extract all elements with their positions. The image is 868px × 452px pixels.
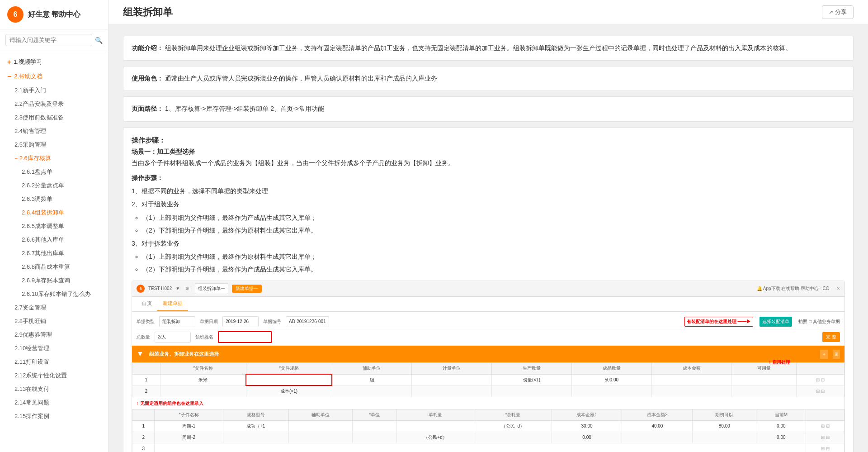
path-label: 页面路径： <box>132 105 163 112</box>
sidebar-item-2-6-9[interactable]: 2.6.9库存账本查询 <box>0 274 108 287</box>
sidebar-item-2-3[interactable]: 2.3使用前数据准备 <box>0 111 108 124</box>
sidebar-item-2-6-5[interactable]: 2.6.5成本调整单 <box>0 219 108 233</box>
logo-icon: 6 <box>7 6 24 23</box>
cell-fcost <box>651 374 731 385</box>
cell-pqty2 <box>492 385 572 397</box>
cell-favail <box>731 374 796 385</box>
th-father-spec: *父件规格 <box>246 363 332 375</box>
cell-fname: 米米 <box>160 374 246 385</box>
lth-avail: 期初可以 <box>693 409 756 420</box>
sidebar-item-2-5[interactable]: 2.5采购管理 <box>0 138 108 152</box>
app-new-btn[interactable]: 新建单据一 <box>232 285 262 293</box>
qty-field[interactable]: 2/人 <box>155 332 191 343</box>
ops-card: 操作步骤： 场景一：加工类型选择 当由多个子件材料组装成一个成品的业务为【组装】… <box>123 127 854 452</box>
sidebar-item-2-6-2[interactable]: 2.6.2分量盘点单 <box>0 179 108 192</box>
form-row-2: 总数量 2/人 领班姓名 完 整 <box>137 329 840 345</box>
app-refresh-icon: ⚙ <box>185 285 189 293</box>
cell-fcount: 500.00 <box>571 374 651 385</box>
th-cost: 成本金额 <box>651 363 731 375</box>
tab-new[interactable]: 新建单据 <box>157 297 188 311</box>
app-top-bar: 6 TEST-H002 ▼ ⚙ 组装拆卸单一 新建单据一 🔔 App下载 在线帮… <box>132 281 844 297</box>
sidebar-item-2-9[interactable]: 2.9优惠券管理 <box>0 328 108 342</box>
sidebar-item-2-6-8[interactable]: 2.6.8商品成本重算 <box>0 260 108 274</box>
btn-ok[interactable]: 完 整 <box>822 332 840 342</box>
table-row: 2 成本(×1) ⊞ ⊟ <box>132 385 844 397</box>
sidebar-item-2-4[interactable]: 2.4销售管理 <box>0 124 108 138</box>
sidebar-item-2-7[interactable]: 2.7资金管理 <box>0 301 108 314</box>
sidebar-item-2-6-10[interactable]: 2.6.10库存账本错了怎么办 <box>0 287 108 301</box>
section-1-title[interactable]: + 1.视频学习 <box>0 55 108 69</box>
sidebar-item-2-6-3[interactable]: 2.6.3调拨单 <box>0 192 108 206</box>
section-collapse-icon[interactable]: ▼ <box>137 347 144 361</box>
btn-select-list[interactable]: 选择装配清单 <box>760 317 792 327</box>
add-row-icon[interactable]: ＋ <box>820 350 828 359</box>
lth-no <box>132 409 155 420</box>
th-prod-count: 成品数量 <box>571 363 651 375</box>
search-bar: 🔍 <box>0 29 108 51</box>
app-unit-select[interactable]: 组装拆卸单一 <box>195 283 228 294</box>
search-icon[interactable]: 🔍 <box>95 37 103 44</box>
step-3-2: （2）下部明细为子件明细，最终作为产成品生成其它入库单。 <box>142 264 845 275</box>
no-field[interactable]: AD-20191226-001 <box>286 316 329 327</box>
cell-fop[interactable]: ⊞ ⊟ <box>796 374 844 385</box>
ann-area: ↑ 无固定适用的组件也在这里录入 <box>132 398 844 409</box>
upper-table: *父件名称 *父件规格 辅助单位 计量单位 生产数量 成品数量 成本金额 可用量 <box>132 362 844 397</box>
btn-photo[interactable]: 拍照 □ 其他业务单据 <box>798 318 840 326</box>
sidebar-item-2-6-6[interactable]: 2.6.6其他入库单 <box>0 233 108 247</box>
section-2-title[interactable]: − 2.帮助文档 <box>0 69 108 84</box>
step-3-sublist: （1）上部明细为父件明细，最终作为原材料生成其它出库单； （2）下部明细为子件明… <box>132 251 845 275</box>
cell-unit <box>412 374 492 385</box>
app-close-icon[interactable]: ✕ <box>836 285 840 293</box>
sidebar-item-2-2[interactable]: 2.2产品安装及登录 <box>0 97 108 111</box>
cell-fop2[interactable]: ⊞ ⊟ <box>796 385 844 397</box>
main-area: 组装拆卸单 ↗ 分享 功能介绍： 组装拆卸单用来处理企业组装或拆卸等加工业务，支… <box>108 0 868 452</box>
section-1: + 1.视频学习 <box>0 55 108 69</box>
sidebar-item-2-6-4[interactable]: 2.6.4组装拆卸单 <box>0 206 108 219</box>
th-aux-unit: 辅助单位 <box>332 363 412 375</box>
sidebar-item-2-6-1[interactable]: 2.6.1盘点单 <box>0 165 108 179</box>
search-input[interactable] <box>5 34 92 46</box>
sidebar-item-2-8[interactable]: 2.8手机旺铺 <box>0 314 108 328</box>
lower-table-body: 1 周期-1 成功（+1 （公民+d） 30.00 40.00 80. <box>132 420 844 452</box>
sidebar-item-2-12[interactable]: 2.12系统个性化设置 <box>0 369 108 382</box>
type-label: 单据类型 <box>137 318 155 326</box>
share-button[interactable]: ↗ 分享 <box>822 5 854 19</box>
step-1: 1、根据不同的业务，选择不同单据的类型来处理 <box>132 186 845 197</box>
th-op <box>796 363 844 375</box>
step-2: 2、对于组装业务 （1）上部明细为父件明细，最终作为产成品生成其它入库单； （2… <box>132 199 845 236</box>
lower-table-wrapper: *子件名称 规格型号 辅助单位 *单位 单耗量 *总耗量 成本金额1 成本金额2… <box>132 409 844 452</box>
sidebar-item-2-15[interactable]: 2.15操作案例 <box>0 409 108 423</box>
sidebar-item-2-6[interactable]: − 2.6库存核算 <box>0 152 108 165</box>
sidebar-item-2-13[interactable]: 2.13在线支付 <box>0 382 108 396</box>
th-unit: 计量单位 <box>412 363 492 375</box>
sidebar-item-2-11[interactable]: 2.11打印设置 <box>0 355 108 369</box>
step-list: 1、根据不同的业务，选择不同单据的类型来处理 2、对于组装业务 （1）上部明细为… <box>132 186 845 275</box>
qty-label: 总数量 <box>137 333 150 341</box>
intro-label: 功能介绍： <box>132 44 163 52</box>
cell-fname2 <box>160 385 246 397</box>
leader-field[interactable] <box>218 331 272 343</box>
path-card: 页面路径： 1、库存核算->库存管理->组装拆卸单 2、首页->常用功能 <box>123 96 854 121</box>
sidebar-item-2-1[interactable]: 2.1新手入门 <box>0 84 108 97</box>
no-label: 单据编号 <box>263 318 281 326</box>
upper-table-wrapper: *父件名称 *父件规格 辅助单位 计量单位 生产数量 成品数量 成本金额 可用量 <box>132 362 844 398</box>
sidebar-item-2-10[interactable]: 2.10经营管理 <box>0 342 108 355</box>
logo-area: 6 好生意 帮助中心 <box>0 0 108 29</box>
lth-unit: *单位 <box>352 409 396 420</box>
upper-table-head: *父件名称 *父件规格 辅助单位 计量单位 生产数量 成品数量 成本金额 可用量 <box>132 363 844 375</box>
lower-table-head: *子件名称 规格型号 辅助单位 *单位 单耗量 *总耗量 成本金额1 成本金额2… <box>132 409 844 420</box>
tab-home[interactable]: 自页 <box>137 297 157 311</box>
expand-icon[interactable]: ⊞ <box>833 350 840 359</box>
cell-favail2 <box>731 385 796 397</box>
step-2-1: （1）上部明细为父件明细，最终作为产成品生成其它入库单； <box>142 212 845 224</box>
type-field[interactable]: 组装拆卸 <box>159 316 195 327</box>
cell-fspec2: 成本(×1) <box>246 385 332 397</box>
sidebar-item-2-14[interactable]: 2.14常见问题 <box>0 396 108 409</box>
sidebar-item-2-6-7[interactable]: 2.6.7其他出库单 <box>0 247 108 260</box>
app-tabs: 自页 新建单据 <box>132 297 844 312</box>
main-content: 功能介绍： 组装拆卸单用来处理企业组装或拆卸等加工业务，支持有固定装配清单的产品… <box>108 25 868 452</box>
intro-text: 功能介绍： 组装拆卸单用来处理企业组装或拆卸等加工业务，支持有固定装配清单的产品… <box>132 43 845 54</box>
section-header-text: 组装业务、拆卸业务在这里选择 <box>149 350 219 359</box>
date-field[interactable]: 2019-12-26 <box>222 316 259 327</box>
lth-spec: 规格型号 <box>223 409 288 420</box>
